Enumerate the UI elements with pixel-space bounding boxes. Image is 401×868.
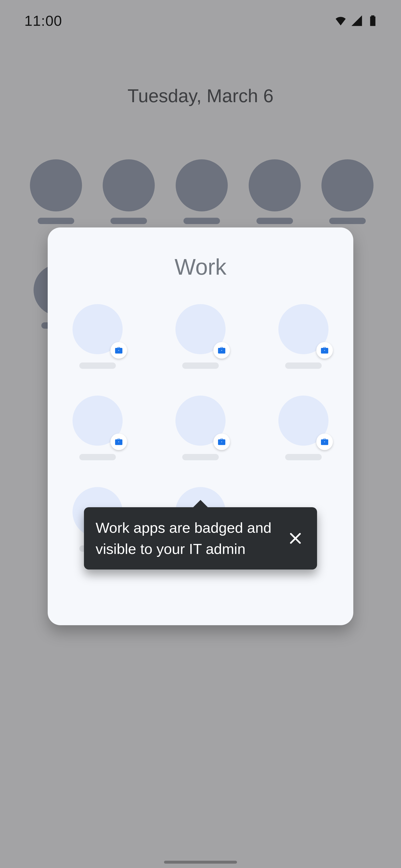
gesture-nav-bar[interactable] [164,861,237,864]
briefcase-icon [111,342,127,359]
work-app-label-placeholder [285,363,322,369]
work-app[interactable] [278,396,329,460]
work-app-icon [278,396,329,446]
close-icon [288,531,303,546]
briefcase-icon [316,342,333,359]
work-app-label-placeholder [285,454,322,460]
work-app[interactable] [72,396,123,460]
briefcase-icon [213,342,230,359]
work-app-icon [278,304,329,354]
work-app-icon [72,396,123,446]
briefcase-icon [213,434,230,450]
tooltip-close-button[interactable] [284,527,306,549]
briefcase-icon [111,434,127,450]
work-app[interactable] [278,304,329,369]
briefcase-icon [316,434,333,450]
work-app-label-placeholder [79,454,116,460]
work-folder-title: Work [68,254,333,280]
work-app-label-placeholder [182,363,219,369]
work-app-label-placeholder [79,363,116,369]
work-app-icon [72,304,123,354]
work-app-label-placeholder [182,454,219,460]
work-app[interactable] [72,304,123,369]
work-apps-tooltip: Work apps are badged and visible to your… [84,507,317,569]
work-app-icon [176,304,225,354]
tooltip-text: Work apps are badged and visible to your… [96,517,281,560]
work-app[interactable] [175,304,226,369]
work-app-icon [176,396,225,446]
work-app[interactable] [175,396,226,460]
